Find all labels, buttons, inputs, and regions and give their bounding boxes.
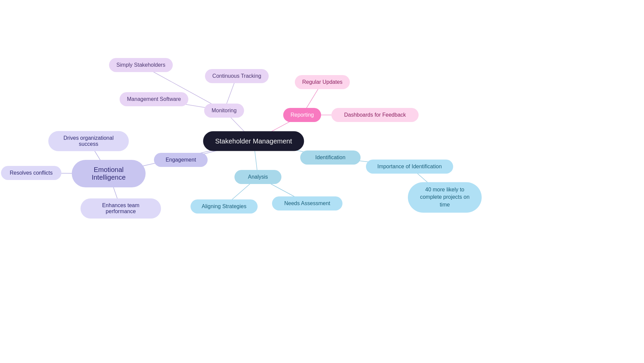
- identification-label: Identification: [315, 155, 345, 161]
- aligning-strategies-label: Aligning Strategies: [202, 203, 246, 209]
- needs-assessment-node: Needs Assessment: [272, 196, 342, 210]
- monitoring-label: Monitoring: [212, 108, 237, 114]
- importance-id-label: Importance of Identification: [377, 164, 442, 170]
- engagement-node: Engagement: [154, 153, 208, 167]
- analysis-node: Analysis: [234, 170, 281, 184]
- emotional-intelligence-node: Emotional Intelligence: [72, 160, 146, 187]
- identification-node: Identification: [300, 150, 361, 165]
- reporting-label: Reporting: [290, 112, 314, 118]
- analysis-label: Analysis: [248, 174, 268, 180]
- aligning-strategies-node: Aligning Strategies: [191, 199, 258, 214]
- center-node: Stakeholder Management: [203, 131, 304, 151]
- emotional-intelligence-label: Emotional Intelligence: [83, 166, 135, 181]
- importance-id-node: Importance of Identification: [366, 160, 453, 174]
- monitoring-node: Monitoring: [204, 104, 244, 118]
- needs-assessment-label: Needs Assessment: [284, 200, 330, 206]
- continuous-tracking-node: Continuous Tracking: [205, 69, 269, 83]
- dashboards-node: Dashboards for Feedback: [331, 108, 419, 122]
- resolves-conflicts-label: Resolves conflicts: [10, 170, 53, 176]
- management-software-label: Management Software: [127, 96, 181, 102]
- 40-more-node: 40 more likely to complete projects on t…: [408, 182, 482, 213]
- center-label: Stakeholder Management: [215, 137, 292, 145]
- engagement-label: Engagement: [166, 157, 196, 163]
- regular-updates-label: Regular Updates: [302, 79, 342, 85]
- continuous-tracking-label: Continuous Tracking: [212, 73, 261, 79]
- regular-updates-node: Regular Updates: [295, 75, 350, 89]
- dashboards-label: Dashboards for Feedback: [344, 112, 406, 118]
- enhances-team-node: Enhances team performance: [80, 198, 161, 219]
- simply-stakeholders-label: Simply Stakeholders: [116, 62, 165, 68]
- enhances-team-label: Enhances team performance: [88, 202, 154, 215]
- drives-org-node: Drives organizational success: [48, 131, 129, 151]
- 40-more-label: 40 more likely to complete projects on t…: [415, 186, 474, 208]
- reporting-node: Reporting: [283, 108, 321, 122]
- resolves-conflicts-node: Resolves conflicts: [1, 166, 61, 180]
- management-software-node: Management Software: [120, 92, 189, 106]
- drives-org-label: Drives organizational success: [56, 135, 121, 147]
- simply-stakeholders-node: Simply Stakeholders: [109, 58, 173, 72]
